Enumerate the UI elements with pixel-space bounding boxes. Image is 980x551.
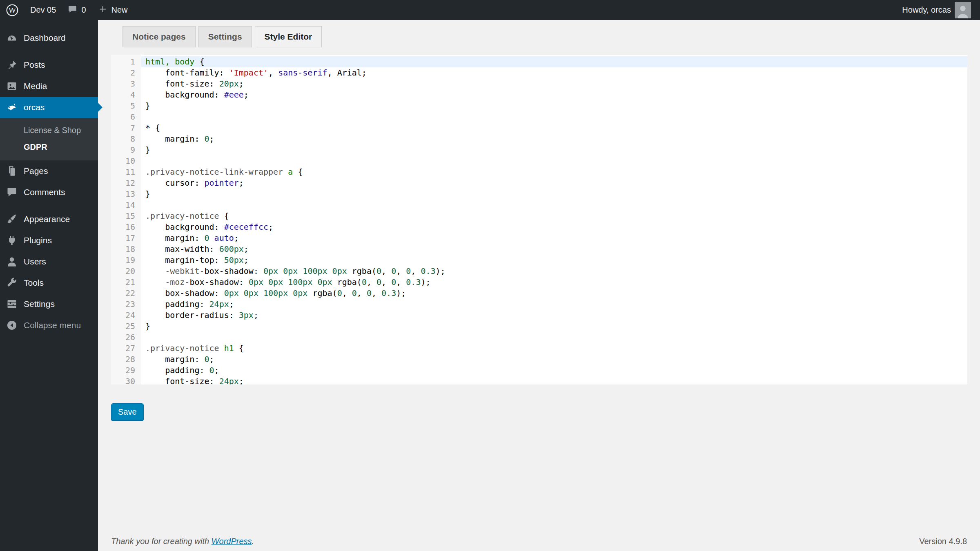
code-line[interactable]: .privacy-notice-link-wrapper a { bbox=[141, 167, 967, 178]
line-number: 8 bbox=[111, 133, 141, 144]
code-line[interactable]: padding: 0; bbox=[141, 365, 967, 376]
code-line[interactable]: * { bbox=[141, 122, 967, 133]
collapse-icon bbox=[0, 320, 24, 331]
code-line[interactable]: .privacy-notice h1 { bbox=[141, 343, 967, 354]
code-line[interactable]: margin-top: 50px; bbox=[141, 255, 967, 266]
sidebar-item-label: Dashboard bbox=[24, 33, 66, 43]
sidebar-item-label: Tools bbox=[24, 278, 44, 288]
code-line[interactable] bbox=[141, 156, 967, 167]
admin-sidebar: DashboardPostsMediaorcasLicense & ShopGD… bbox=[0, 20, 98, 551]
comments-count: 0 bbox=[81, 5, 86, 15]
line-number: 25 bbox=[111, 321, 141, 332]
new-label: New bbox=[111, 5, 128, 15]
code-line[interactable]: } bbox=[141, 144, 967, 156]
comments-shortcut[interactable]: 0 bbox=[62, 0, 91, 20]
wordpress-link[interactable]: WordPress bbox=[212, 537, 252, 546]
submenu-item-gdpr[interactable]: GDPR bbox=[0, 139, 98, 156]
site-name[interactable]: Dev 05 bbox=[24, 0, 62, 20]
orcas-icon bbox=[0, 102, 24, 113]
content-area: Notice pagesSettingsStyle Editor 1234567… bbox=[98, 20, 980, 551]
code-line[interactable]: html, body { bbox=[141, 56, 967, 67]
code-line[interactable]: box-shadow: 0px 0px 100px 0px rgba(0, 0,… bbox=[141, 288, 967, 299]
code-line[interactable]: } bbox=[141, 189, 967, 200]
admin-menu: DashboardPostsMediaorcasLicense & ShopGD… bbox=[0, 20, 98, 336]
code-line[interactable]: font-family: 'Impact', sans-serif, Arial… bbox=[141, 67, 967, 78]
sidebar-item-comments[interactable]: Comments bbox=[0, 182, 98, 203]
sidebar-item-dashboard[interactable]: Dashboard bbox=[0, 27, 98, 49]
sidebar-item-label: orcas bbox=[24, 102, 45, 112]
code-line[interactable]: .privacy-notice { bbox=[141, 211, 967, 222]
wordpress-logo[interactable]: W bbox=[0, 0, 24, 20]
code-line[interactable]: font-size: 20px; bbox=[141, 78, 967, 89]
sidebar-item-label: Media bbox=[24, 81, 47, 91]
code-line[interactable]: background: #eee; bbox=[141, 89, 967, 100]
version-label: Version 4.9.8 bbox=[919, 537, 967, 546]
sidebar-item-appearance[interactable]: Appearance bbox=[0, 209, 98, 230]
sidebar-item-label: Appearance bbox=[24, 214, 70, 224]
line-number: 22 bbox=[111, 288, 141, 299]
sidebar-item-plugins[interactable]: Plugins bbox=[0, 230, 98, 251]
tab-notice-pages[interactable]: Notice pages bbox=[122, 26, 196, 47]
sidebar-item-media[interactable]: Media bbox=[0, 76, 98, 97]
avatar bbox=[955, 2, 971, 18]
line-number: 15 bbox=[111, 211, 141, 222]
save-button[interactable]: Save bbox=[111, 403, 144, 420]
posts-icon bbox=[0, 59, 24, 71]
sidebar-item-posts[interactable]: Posts bbox=[0, 54, 98, 76]
code-editor[interactable]: 1234567891011121314151617181920212223242… bbox=[111, 55, 967, 384]
sidebar-item-collapse-menu[interactable]: Collapse menu bbox=[0, 315, 98, 336]
tab-settings[interactable]: Settings bbox=[198, 26, 252, 47]
line-number: 24 bbox=[111, 310, 141, 321]
footer: Thank you for creating with WordPress. V… bbox=[111, 537, 967, 546]
line-number: 23 bbox=[111, 299, 141, 310]
code-line[interactable]: font-size: 24px; bbox=[141, 376, 967, 384]
line-number: 19 bbox=[111, 255, 141, 266]
line-number: 18 bbox=[111, 244, 141, 255]
line-number: 28 bbox=[111, 354, 141, 365]
menu-separator bbox=[0, 49, 98, 54]
code-line[interactable]: margin: 0; bbox=[141, 133, 967, 144]
line-number: 1 bbox=[111, 56, 141, 67]
line-number: 12 bbox=[111, 178, 141, 189]
line-number: 26 bbox=[111, 332, 141, 343]
sidebar-item-settings[interactable]: Settings bbox=[0, 293, 98, 315]
code-line[interactable] bbox=[141, 200, 967, 211]
code-line[interactable]: margin: 0 auto; bbox=[141, 233, 967, 244]
line-number: 29 bbox=[111, 365, 141, 376]
code-line[interactable]: padding: 24px; bbox=[141, 299, 967, 310]
line-number: 20 bbox=[111, 266, 141, 277]
tab-style-editor[interactable]: Style Editor bbox=[255, 26, 322, 47]
code-line[interactable]: margin: 0; bbox=[141, 354, 967, 365]
code-line[interactable] bbox=[141, 332, 967, 343]
comments-bubble-icon bbox=[67, 4, 78, 16]
sidebar-item-users[interactable]: Users bbox=[0, 251, 98, 272]
sidebar-item-tools[interactable]: Tools bbox=[0, 272, 98, 293]
code-line[interactable]: background: #ceceffcc; bbox=[141, 222, 967, 233]
new-content-button[interactable]: New bbox=[92, 0, 134, 20]
account-menu[interactable]: Howdy, orcas bbox=[896, 2, 977, 18]
code-line[interactable]: border-radius: 3px; bbox=[141, 310, 967, 321]
sidebar-item-pages[interactable]: Pages bbox=[0, 160, 98, 182]
code-line[interactable]: -moz-box-shadow: 0px 0px 100px 0px rgba(… bbox=[141, 277, 967, 288]
submenu-item-license-shop[interactable]: License & Shop bbox=[0, 122, 98, 139]
line-number: 13 bbox=[111, 189, 141, 200]
line-number: 21 bbox=[111, 277, 141, 288]
menu-separator bbox=[0, 203, 98, 209]
sidebar-item-orcas[interactable]: orcas bbox=[0, 97, 98, 118]
line-number: 17 bbox=[111, 233, 141, 244]
sidebar-item-label: Posts bbox=[24, 60, 45, 70]
line-number: 14 bbox=[111, 200, 141, 211]
line-number: 9 bbox=[111, 144, 141, 156]
code-line[interactable]: cursor: pointer; bbox=[141, 178, 967, 189]
wordpress-logo-icon: W bbox=[6, 4, 19, 17]
plugins-icon bbox=[0, 235, 24, 246]
code-line[interactable]: max-width: 600px; bbox=[141, 244, 967, 255]
code-line[interactable] bbox=[141, 111, 967, 122]
line-number: 27 bbox=[111, 343, 141, 354]
code-line[interactable]: -webkit-box-shadow: 0px 0px 100px 0px rg… bbox=[141, 266, 967, 277]
comments-icon bbox=[0, 187, 24, 198]
code-line[interactable]: } bbox=[141, 321, 967, 332]
code-line[interactable]: } bbox=[141, 100, 967, 111]
sidebar-item-label: Collapse menu bbox=[24, 320, 81, 330]
editor-code[interactable]: html, body { font-family: 'Impact', sans… bbox=[141, 55, 967, 384]
